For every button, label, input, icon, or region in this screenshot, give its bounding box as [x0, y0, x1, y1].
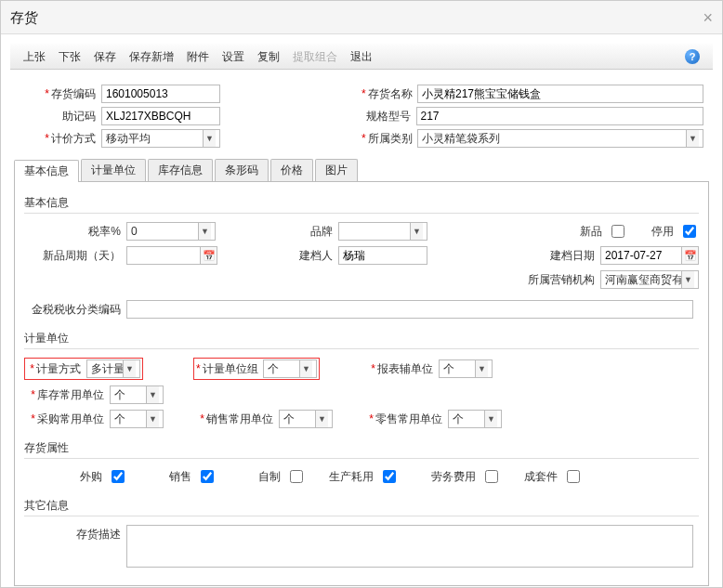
toolbar-3[interactable]: 保存新增: [129, 44, 174, 70]
toolbar: 上张下张保存保存新增附件设置复制提取组合退出 ?: [10, 44, 713, 70]
tax-select[interactable]: 0 ▼: [126, 222, 216, 241]
unit-mode-highlight: 计量方式 多计量 ▼: [24, 358, 143, 380]
unit-group-highlight: 计量单位组 个 ▼: [193, 358, 320, 380]
other-section-title: 其它信息: [24, 498, 699, 514]
labor-checkbox[interactable]: [485, 470, 498, 483]
attr-section-title: 存货属性: [24, 440, 699, 456]
valuation-label: 计价方式: [20, 131, 101, 147]
chevron-down-icon: ▼: [686, 130, 699, 147]
desc-textarea[interactable]: [126, 525, 693, 568]
toolbar-6[interactable]: 复制: [257, 44, 280, 70]
valuation-select[interactable]: 移动平均 ▼: [101, 129, 220, 148]
mnemonic-input[interactable]: [101, 107, 220, 125]
help-icon[interactable]: ?: [685, 49, 700, 64]
unit-section-title: 计量单位: [24, 331, 699, 346]
taxclass-input[interactable]: [126, 300, 693, 319]
reportaux-select[interactable]: 个 ▼: [439, 359, 493, 378]
chevron-down-icon: ▼: [299, 360, 312, 377]
chevron-down-icon: ▼: [123, 360, 136, 377]
calendar-icon[interactable]: 📅: [682, 246, 699, 265]
name-input[interactable]: [417, 85, 703, 103]
sale-unit-label: 销售常用单位: [193, 412, 279, 427]
stock-unit-select[interactable]: 个 ▼: [110, 385, 164, 404]
basic-section-title: 基本信息: [24, 195, 699, 211]
org-label: 所属营销机构: [524, 272, 600, 288]
tab-1[interactable]: 计量单位: [81, 159, 146, 181]
unit-mode-select[interactable]: 多计量 ▼: [86, 359, 140, 378]
close-icon[interactable]: ×: [703, 1, 713, 34]
org-select[interactable]: 河南赢玺商贸有限 ▼: [600, 270, 699, 289]
toolbar-5[interactable]: 设置: [222, 44, 244, 70]
reportaux-label: 报表辅单位: [362, 361, 439, 377]
unit-group-label: 计量单位组: [196, 361, 263, 377]
name-label: 存货名称: [362, 86, 417, 102]
tab-0[interactable]: 基本信息: [14, 160, 79, 182]
calendar-icon[interactable]: 📅: [201, 246, 217, 265]
chevron-down-icon: ▼: [203, 130, 216, 147]
code-input[interactable]: [101, 85, 220, 103]
tab-3[interactable]: 条形码: [215, 159, 269, 181]
chevron-down-icon: ▼: [146, 411, 159, 427]
sale-attr-label: 销售: [169, 469, 197, 485]
newflag-checkbox[interactable]: [611, 225, 624, 238]
brand-select[interactable]: ▼: [338, 222, 427, 241]
titlebar: 存货 ×: [1, 1, 722, 34]
window-title: 存货: [10, 1, 38, 34]
purchase-unit-label: 采购常用单位: [24, 412, 110, 427]
category-label: 所属类别: [362, 131, 417, 147]
createdate-label: 建档日期: [543, 248, 600, 264]
header-form: 存货编码 存货名称 助记码 规格型号 计价方式 移动平均: [1, 75, 722, 155]
toolbar-8[interactable]: 退出: [350, 44, 373, 70]
chevron-down-icon: ▼: [475, 360, 488, 377]
toolbar-2[interactable]: 保存: [94, 44, 116, 70]
newcycle-label: 新品周期（天）: [24, 248, 126, 264]
chevron-down-icon: ▼: [315, 411, 328, 427]
tabs: 基本信息计量单位库存信息条形码价格图片: [14, 159, 709, 182]
taxclass-label: 金税税收分类编码: [24, 302, 126, 318]
mnemonic-label: 助记码: [20, 109, 101, 124]
unit-mode-label: 计量方式: [27, 361, 86, 377]
chevron-down-icon: ▼: [410, 223, 423, 240]
outsource-label: 外购: [80, 469, 108, 485]
tab-5[interactable]: 图片: [315, 159, 358, 181]
creator-input[interactable]: [338, 246, 427, 265]
labor-label: 劳务费用: [431, 469, 481, 485]
kit-checkbox[interactable]: [567, 470, 580, 483]
spec-label: 规格型号: [362, 109, 416, 124]
createdate-input[interactable]: [600, 246, 682, 265]
basic-panel: 基本信息 税率% 0 ▼ 品牌 ▼ 新品 停用: [14, 182, 709, 586]
brand-label: 品牌: [283, 224, 338, 240]
creator-label: 建档人: [283, 248, 338, 264]
code-label: 存货编码: [20, 86, 101, 102]
spec-input[interactable]: [416, 107, 703, 125]
unit-group-select[interactable]: 个 ▼: [263, 359, 317, 378]
stock-unit-label: 库存常用单位: [24, 387, 110, 403]
selfmade-checkbox[interactable]: [290, 470, 303, 483]
tax-label: 税率%: [24, 224, 126, 240]
tab-2[interactable]: 库存信息: [148, 159, 213, 181]
disable-label: 停用: [651, 224, 679, 240]
chevron-down-icon: ▼: [484, 411, 497, 427]
retail-unit-label: 零售常用单位: [362, 412, 448, 427]
retail-unit-select[interactable]: 个 ▼: [448, 410, 502, 428]
selfmade-label: 自制: [258, 469, 286, 485]
toolbar-4[interactable]: 附件: [187, 44, 209, 70]
outsource-checkbox[interactable]: [112, 470, 125, 483]
inventory-dialog: 存货 × 上张下张保存保存新增附件设置复制提取组合退出 ? 存货编码 存货名称 …: [0, 0, 723, 588]
purchase-unit-select[interactable]: 个 ▼: [110, 410, 164, 428]
sale-attr-checkbox[interactable]: [201, 470, 214, 483]
toolbar-0[interactable]: 上张: [23, 44, 46, 70]
newcycle-input[interactable]: [126, 246, 201, 265]
toolbar-7: 提取组合: [293, 44, 337, 70]
chevron-down-icon: ▼: [146, 386, 159, 403]
disable-checkbox[interactable]: [683, 225, 696, 238]
prodconsume-checkbox[interactable]: [383, 470, 396, 483]
tab-4[interactable]: 价格: [270, 159, 313, 181]
chevron-down-icon: ▼: [198, 223, 211, 240]
sale-unit-select[interactable]: 个 ▼: [279, 410, 333, 428]
toolbar-1[interactable]: 下张: [59, 44, 81, 70]
kit-label: 成套件: [524, 469, 563, 485]
category-select[interactable]: 小灵精笔袋系列 ▼: [417, 129, 703, 148]
chevron-down-icon: ▼: [681, 271, 694, 288]
desc-label: 存货描述: [24, 525, 126, 542]
